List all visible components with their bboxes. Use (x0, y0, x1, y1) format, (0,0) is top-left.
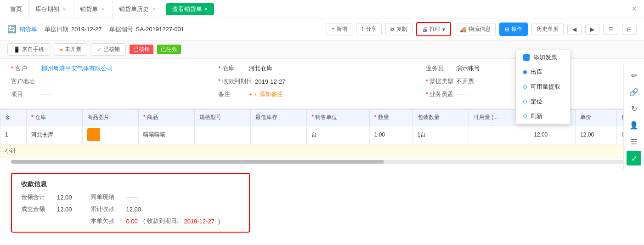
subtotal-label: 小计 (0, 144, 644, 158)
invoice-icon (523, 54, 530, 61)
due-suffix: ) (218, 218, 220, 225)
tab-close-view[interactable]: × (204, 6, 208, 12)
tab-close-history[interactable]: × (152, 6, 156, 13)
main-content: 🔄 销货单 单据日期 2019-12-27 单据编号 SA-20191227-0… (0, 18, 644, 245)
address-value: —— (41, 78, 53, 85)
table-row: 1 河北仓库 嘻嘻嘻嘻 台 1.00 1台 12.00 12.00 0. (0, 125, 644, 144)
history-button[interactable]: 历史单据 (531, 23, 564, 35)
col-pack-qty: 包装数量 (412, 110, 469, 125)
deal-label: 成交金额 (21, 205, 53, 213)
from-mobile-label: 来自手机 (22, 46, 44, 53)
effective-status-badge: 已生效 (157, 45, 181, 54)
available-fetch-label: 可用量提取 (531, 83, 560, 91)
side-edit-icon[interactable]: ✏ (627, 68, 641, 83)
warehouse-value: 河北仓库 (249, 64, 272, 73)
side-list-icon[interactable]: ☰ (627, 134, 641, 149)
project-label: 项目 (11, 90, 39, 98)
col-min-stock: 最低库存 (251, 110, 307, 125)
staff2-label: 业务员孟 (426, 90, 454, 98)
warehouse-field: 仓库 河北仓库 (218, 64, 425, 73)
ticket-icon: ● (60, 46, 63, 53)
project-value: —— (41, 91, 53, 98)
print-button[interactable]: 🖨 打印 ▾ (418, 23, 450, 35)
same-settle-value: —— (126, 194, 138, 201)
check-button[interactable]: ✓ 已核销 (91, 43, 126, 56)
col-unit-price: 单价 (576, 110, 617, 125)
next-button[interactable]: ▶ (585, 24, 599, 35)
prev-button[interactable]: ◀ (567, 24, 582, 35)
copy-icon: ⧉ (390, 26, 395, 33)
col-spec: 规格型号 (195, 110, 251, 125)
check-label: 已核销 (103, 46, 120, 53)
date-value: 2019-12-27 (71, 26, 102, 33)
tab-label: 查看销货单 (172, 5, 202, 13)
receipt-rows: 金额合计 12.00 成交金额 12.00 同单现结 —— 累计收款 (21, 193, 240, 225)
tab-close-sales[interactable]: × (101, 6, 105, 13)
copy-button[interactable]: ⧉ 复制 (385, 23, 412, 35)
locate-label: 定位 (531, 97, 542, 106)
logistics-label: 物流信息 (469, 25, 491, 33)
side-expand-icon[interactable]: ⤢ (627, 151, 641, 165)
tab-label: 销货单历史 (119, 5, 149, 13)
toolbar-right: + 新增 ⤴ 分享 ⧉ 复制 🖨 打印 ▾ 🚚 物流信息 (327, 22, 637, 36)
customer-field: 客户 柳州粤港平安气体有限公司 (11, 64, 218, 73)
not-open-button[interactable]: ● 未开票 (54, 43, 87, 56)
operation-button[interactable]: ⊞ 操作 (499, 23, 528, 36)
window-close-button[interactable]: × (628, 4, 640, 14)
copy-label: 复制 (396, 25, 407, 33)
dropdown-outbound[interactable]: 出库 (516, 65, 570, 80)
same-settle-label: 同单现结 (90, 193, 123, 201)
ticket-type-label: 票据类型 (426, 77, 454, 85)
add-note-button[interactable]: + + 添加备注 (249, 90, 283, 98)
refresh-label: 刷新 (531, 112, 542, 120)
bottom-section: 收款信息 金额合计 12.00 成交金额 12.00 同单现结 —— (0, 165, 644, 240)
receipt-same-settle-row: 同单现结 —— (90, 193, 220, 201)
dropdown-available-fetch[interactable]: 可用量提取 (516, 80, 570, 94)
view-grid-button[interactable]: ⊟ (622, 24, 637, 35)
subtotal-row: 小计 (0, 144, 644, 158)
tab-view-sales[interactable]: 查看销货单 × (166, 3, 214, 15)
dropdown-add-invoice[interactable]: 添加发票 (516, 50, 570, 65)
refresh-icon (523, 114, 527, 118)
horizontal-scrollbar[interactable] (11, 160, 633, 164)
due-prefix: ( 收款到期日: (143, 217, 179, 225)
customer-label: 客户 (11, 64, 39, 73)
side-user-icon[interactable]: 👤 (627, 118, 641, 132)
number-label: 单据编号 (109, 25, 133, 34)
total-label: 金额合计 (21, 193, 53, 201)
print-label: 打印 (429, 25, 441, 33)
staff-value: 演示账号 (456, 64, 480, 73)
address-field: 客户地址 —— (11, 77, 218, 85)
tab-home[interactable]: 首页 (4, 0, 29, 18)
from-mobile-button[interactable]: 📱 来自手机 (7, 43, 50, 56)
cell-quantity: 1.00 (369, 125, 412, 144)
tab-inventory-init[interactable]: 库存期初 × (29, 0, 73, 18)
project-field: 项目 —— (11, 90, 218, 98)
new-button[interactable]: + 新增 (327, 23, 352, 35)
col-settings[interactable]: ⚙ (0, 110, 27, 125)
settings-icon: ⚙ (5, 114, 10, 121)
dropdown-refresh[interactable]: 刷新 (516, 109, 570, 124)
side-link-icon[interactable]: 🔗 (627, 85, 641, 99)
cell-pack-qty: 1台 (412, 125, 469, 144)
view-list-button[interactable]: ☰ (603, 24, 618, 35)
tab-sales-order[interactable]: 销货单 × (73, 0, 112, 18)
share-button[interactable]: ⤴ 分享 (356, 23, 382, 35)
print-dropdown-icon: ▾ (442, 26, 445, 33)
doc-date: 单据日期 2019-12-27 (45, 25, 102, 34)
side-rotate-icon[interactable]: ↻ (627, 101, 641, 116)
operation-dropdown: 添加发票 出库 可用量提取 定位 刷新 (515, 50, 571, 124)
logistics-button[interactable]: 🚚 物流信息 (455, 23, 496, 35)
tab-sales-history[interactable]: 销货单历史 × (113, 0, 163, 18)
customer-value[interactable]: 柳州粤港平安气体有限公司 (41, 64, 113, 73)
outbound-icon (523, 70, 527, 74)
new-label: + 新增 (332, 25, 347, 33)
payment-date-field: 收款到期日 2019-12-27 (218, 77, 425, 85)
dropdown-locate[interactable]: 定位 (516, 94, 570, 109)
tab-close-inventory[interactable]: × (62, 6, 67, 13)
receipt-col-right: 同单现结 —— 累计收款 12.00 本单欠款 0.00 ( 收款到期日: 20… (90, 193, 220, 225)
note-field: 备注 + + 添加备注 (218, 90, 425, 98)
doc-icon: 🔄 (7, 25, 17, 34)
scrollbar-thumb[interactable] (11, 160, 384, 164)
add-note-label: + 添加备注 (254, 90, 283, 98)
